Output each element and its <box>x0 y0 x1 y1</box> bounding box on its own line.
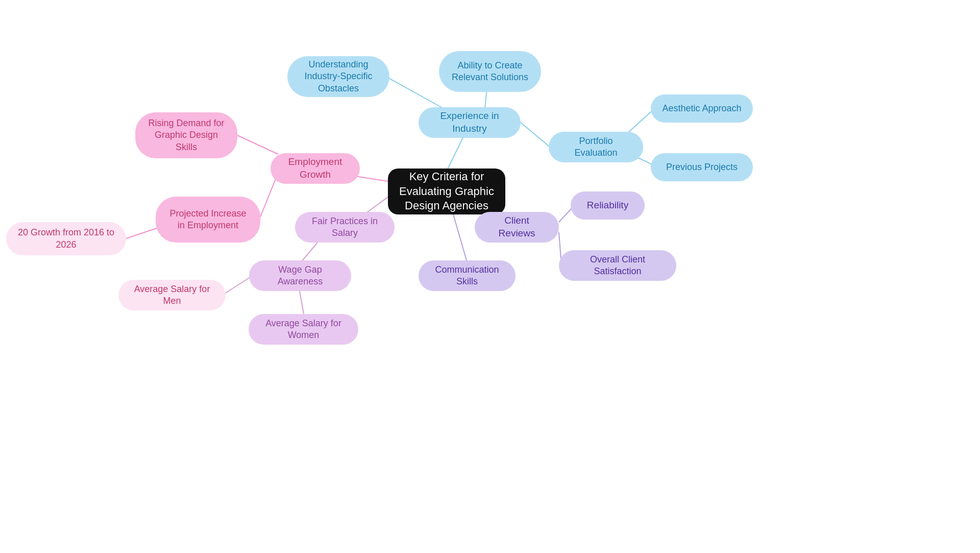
experience-industry-label: Experience in Industry <box>430 110 509 135</box>
svg-line-17 <box>300 291 304 314</box>
overall-client-satisfaction-label: Overall Client Satisfaction <box>570 254 665 278</box>
ability-create-node[interactable]: Ability to Create Relevant Solutions <box>439 51 541 92</box>
projected-increase-node[interactable]: Projected Increase in Employment <box>156 197 260 243</box>
avg-salary-women-label: Average Salary for Women <box>260 318 347 342</box>
employment-growth-label: Employment Growth <box>282 156 349 181</box>
svg-line-12 <box>126 228 158 238</box>
svg-line-7 <box>521 123 551 148</box>
svg-line-16 <box>222 277 250 295</box>
svg-line-5 <box>389 78 444 109</box>
fair-practices-node[interactable]: Fair Practices in Salary <box>295 212 395 243</box>
reliability-node[interactable]: Reliability <box>571 191 645 220</box>
avg-salary-men-label: Average Salary for Men <box>130 283 214 307</box>
center-label: Key Criteria for Evaluating Graphic Desi… <box>399 170 494 213</box>
fair-practices-label: Fair Practices in Salary <box>306 215 383 239</box>
projected-increase-label: Projected Increase in Employment <box>167 208 249 232</box>
rising-demand-node[interactable]: Rising Demand for Graphic Design Skills <box>135 112 237 158</box>
portfolio-evaluation-label: Portfolio Evaluation <box>560 135 632 159</box>
client-reviews-node[interactable]: Client Reviews <box>475 212 559 243</box>
reliability-label: Reliability <box>587 199 628 212</box>
svg-line-15 <box>301 243 317 262</box>
aesthetic-approach-label: Aesthetic Approach <box>662 103 741 114</box>
wage-gap-node[interactable]: Wage Gap Awareness <box>249 260 351 291</box>
previous-projects-node[interactable]: Previous Projects <box>651 153 753 181</box>
understanding-industry-label: Understanding Industry-Specific Obstacle… <box>299 59 378 94</box>
avg-salary-women-node[interactable]: Average Salary for Women <box>249 314 358 345</box>
employment-growth-node[interactable]: Employment Growth <box>271 153 360 184</box>
communication-skills-label: Communication Skills <box>430 264 504 288</box>
rising-demand-label: Rising Demand for Graphic Design Skills <box>146 117 226 153</box>
svg-line-13 <box>559 208 572 222</box>
growth-2016-2026-label: 20 Growth from 2016 to 2026 <box>17 227 115 251</box>
wage-gap-label: Wage Gap Awareness <box>260 264 340 288</box>
avg-salary-men-node[interactable]: Average Salary for Men <box>118 280 226 310</box>
svg-line-10 <box>237 135 278 154</box>
overall-client-satisfaction-node[interactable]: Overall Client Satisfaction <box>559 250 676 281</box>
client-reviews-label: Client Reviews <box>486 214 548 239</box>
ability-create-label: Ability to Create Relevant Solutions <box>450 60 530 84</box>
center-node: Key Criteria for Evaluating Graphic Desi… <box>388 169 505 214</box>
communication-skills-node[interactable]: Communication Skills <box>419 260 516 291</box>
previous-projects-label: Previous Projects <box>666 161 738 173</box>
portfolio-evaluation-node[interactable]: Portfolio Evaluation <box>549 132 643 162</box>
understanding-industry-node[interactable]: Understanding Industry-Specific Obstacle… <box>287 56 389 97</box>
growth-2016-2026-node[interactable]: 20 Growth from 2016 to 2026 <box>6 222 126 255</box>
aesthetic-approach-node[interactable]: Aesthetic Approach <box>651 94 753 123</box>
experience-industry-node[interactable]: Experience in Industry <box>419 107 521 138</box>
